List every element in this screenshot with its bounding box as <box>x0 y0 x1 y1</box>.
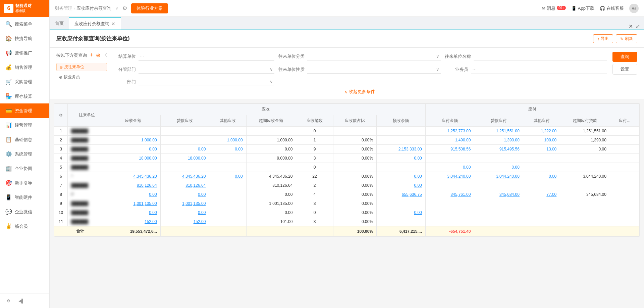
cell[interactable]: 0.00 <box>523 172 560 181</box>
cell[interactable]: 0.00 <box>377 172 426 181</box>
filter-dept-select[interactable]: ∨ <box>139 65 275 74</box>
sidebar-item-enterprise[interactable]: 🏢 企业协同 <box>0 161 49 176</box>
cell[interactable]: 1,222.00 <box>523 127 560 136</box>
cell[interactable]: 1,001,135.00 <box>160 199 209 208</box>
cell[interactable]: 77.00 <box>523 190 560 199</box>
tab-ar-ap-query[interactable]: 应收应付余额查询 ✕ <box>69 17 121 30</box>
filter-nature-select[interactable]: ∨ <box>307 65 441 74</box>
cell[interactable]: 152.00 <box>106 217 161 226</box>
sidebar-item-marketing[interactable]: 📢 营销推广 <box>0 46 49 60</box>
cell[interactable]: 345,684.00 <box>474 190 523 199</box>
collapse-label: 收起更多条件 <box>349 89 375 95</box>
sidebar-item-member[interactable]: ✌️ 畅会员 <box>0 219 49 233</box>
cell[interactable]: 4,345,436.20 <box>106 172 161 181</box>
cell[interactable]: 1,001,135.00 <box>106 199 161 208</box>
sidebar-settings-button[interactable]: ⚙ <box>3 297 14 305</box>
cell[interactable]: 1,000.00 <box>106 136 161 145</box>
cell[interactable]: 915,508.56 <box>425 145 474 154</box>
sidebar-item-label: 库存核算 <box>15 93 32 99</box>
cell[interactable]: 1,490.00 <box>425 136 474 145</box>
message-button[interactable]: ✉ 消息 99+ <box>542 5 566 11</box>
cell[interactable]: 1,000.00 <box>209 136 246 145</box>
sidebar-item-guide[interactable]: 🎯 新手引导 <box>0 176 49 190</box>
cell[interactable]: 2,153,333.00 <box>377 145 426 154</box>
filter-name-input[interactable] <box>474 52 607 60</box>
sidebar-item-sales[interactable]: 💰 销售管理 <box>0 60 49 75</box>
cell[interactable]: 0.00 <box>106 145 161 154</box>
cell[interactable]: 1,390.00 <box>474 136 523 145</box>
filter-area: 按以下方案查询 + ⊕ 《 ⊕ 按往来单位 ⊕ 按业务员 <box>50 48 644 99</box>
cell[interactable]: 4,345,436.20 <box>160 172 209 181</box>
filter-scheme-salesperson[interactable]: ⊕ 按业务员 <box>56 73 107 81</box>
collapse-more-button[interactable]: ∧ 收起更多条件 <box>344 89 375 95</box>
sidebar-item-system[interactable]: ⚙️ 系统管理 <box>0 147 49 161</box>
cell[interactable]: 1,251,551.00 <box>474 127 523 136</box>
gear-icon[interactable]: ⚙ <box>122 5 127 11</box>
filter-dept2: 部门 ∨ <box>112 78 275 86</box>
app-download-button[interactable]: 📱 App下载 <box>571 5 594 11</box>
tab-close-icon[interactable]: ✕ <box>111 21 115 27</box>
filter-settlement-input[interactable]: ··· <box>139 52 275 61</box>
sidebar-item-operations[interactable]: 📊 经营管理 <box>0 118 49 132</box>
cell[interactable]: 100.00 <box>523 136 560 145</box>
filter-scheme-partner[interactable]: ⊕ 按往来单位 <box>56 63 107 71</box>
filter-category-select[interactable]: ∨ <box>307 52 441 60</box>
cell[interactable]: 3,044,240.00 <box>474 172 523 181</box>
service-button[interactable]: 🎧 在线客服 <box>600 5 624 11</box>
sidebar-item-basic-info[interactable]: 📋 基础信息 <box>0 132 49 147</box>
export-button[interactable]: ↑ 导出 <box>593 34 613 43</box>
table-row: 4██████18,000.0018,000.009,000.0030.00%0… <box>54 154 640 163</box>
filter-add-button[interactable]: + <box>90 52 93 59</box>
cell <box>523 217 560 226</box>
sidebar-item-finance[interactable]: 💳 资金管理 <box>0 103 49 118</box>
cell[interactable]: 0.00 <box>377 154 426 163</box>
table-settings-icon[interactable]: ⚙ <box>59 113 63 118</box>
cell[interactable]: 0.00 <box>160 208 209 217</box>
cell[interactable]: 0.00 <box>160 145 209 154</box>
filter-salesperson-input[interactable]: ··· <box>471 65 607 74</box>
cell[interactable]: 152.00 <box>160 217 209 226</box>
cell: 345,684.00 <box>560 190 610 199</box>
refresh-button[interactable]: ↻ 刷新 <box>616 34 637 43</box>
sidebar-item-quick-nav[interactable]: 🏠 快捷导航 <box>0 31 49 46</box>
cell[interactable]: 18,000.00 <box>106 154 161 163</box>
tab-close-window-icon[interactable]: ✕ <box>629 23 633 30</box>
cell[interactable]: 0.00 <box>474 163 523 172</box>
cell[interactable]: 0.00 <box>106 190 161 199</box>
sidebar-collapse-button[interactable]: ◀▌ <box>14 297 29 305</box>
cell[interactable]: 345,761.00 <box>425 190 474 199</box>
filter-collapse-icon[interactable]: 《 <box>103 52 107 58</box>
filter-dept2-select[interactable]: ∨ <box>139 78 275 86</box>
promo-button[interactable]: 体验行业方案 <box>131 3 168 13</box>
cell[interactable]: 915,495.56 <box>474 145 523 154</box>
sidebar-item-inventory[interactable]: 🏪 库存核算 <box>0 89 49 103</box>
sidebar-item-search-menu[interactable]: 🔍 搜索菜单 <box>0 17 49 31</box>
cell[interactable]: 0.00 <box>106 208 161 217</box>
cell[interactable]: 0.00 <box>425 163 474 172</box>
cell[interactable]: 810,126.64 <box>160 181 209 190</box>
filter-scheme-partner-label: 按往来单位 <box>64 64 84 70</box>
cell[interactable]: 13.00 <box>523 145 560 154</box>
sidebar-item-label: 智能硬件 <box>15 194 32 201</box>
tab-home[interactable]: 首页 <box>50 17 69 30</box>
cell[interactable]: 0.00 <box>160 190 209 199</box>
cell[interactable]: 810,126.64 <box>106 181 161 190</box>
cell[interactable]: 655,636.75 <box>377 190 426 199</box>
cell[interactable]: 18,000.00 <box>160 154 209 163</box>
cell[interactable]: 1,252,773.00 <box>425 127 474 136</box>
sidebar-item-hardware[interactable]: 📱 智能硬件 <box>0 190 49 205</box>
cell <box>209 154 246 163</box>
cell[interactable]: 0.00 <box>209 172 246 181</box>
sidebar-item-purchase[interactable]: 🛒 采购管理 <box>0 75 49 89</box>
setting-button[interactable]: 设置 <box>612 64 637 75</box>
sidebar-item-wechat[interactable]: 💬 企业微信 <box>0 205 49 219</box>
cell[interactable]: 0.00 <box>209 145 246 154</box>
query-button[interactable]: 查询 <box>612 52 637 62</box>
partner-name: ██████ <box>68 136 106 145</box>
user-avatar[interactable]: Rit <box>629 4 639 13</box>
cell[interactable]: 3,044,240.00 <box>425 172 474 181</box>
tab-maximize-icon[interactable]: ⤢ <box>636 23 640 30</box>
cell[interactable]: 0.00 <box>377 181 426 190</box>
cell[interactable]: 0.00 <box>377 208 426 217</box>
filter-scheme-icon[interactable]: ⊕ <box>96 52 100 58</box>
